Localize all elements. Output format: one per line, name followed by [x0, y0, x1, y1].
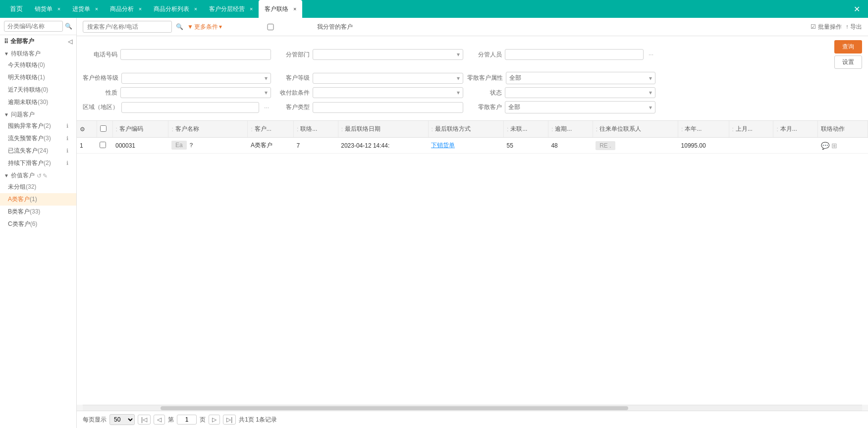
filter-cell-payment: 收付款条件 ▾ — [275, 87, 463, 98]
sidebar-item-lost[interactable]: 已流失客户(24) ℹ — [0, 145, 76, 157]
my-customers-check[interactable] — [226, 24, 315, 30]
page-input[interactable] — [177, 415, 197, 425]
status-select[interactable]: ▾ — [505, 87, 655, 98]
status-label: 状态 — [467, 89, 502, 97]
per-page-select[interactable]: 50 100 — [109, 414, 135, 425]
scatter-label: 零散客户 — [467, 103, 502, 111]
filter-row-4: 区域（地区） ··· 客户类型 零散客户 全部 ▾ — [83, 101, 862, 113]
settings-button[interactable]: 设置 — [834, 55, 862, 69]
filter-cell-attr: 零散客户属性 全部 ▾ — [467, 72, 655, 84]
first-page-btn[interactable]: |◁ — [138, 415, 151, 425]
row-customer-type: A类客户 — [248, 138, 294, 154]
attr-label: 零散客户属性 — [467, 74, 503, 82]
query-button[interactable]: 查询 — [834, 40, 862, 54]
filter-cell-phone: 电话号码 — [83, 49, 271, 60]
last-method-link[interactable]: 下销货单 — [431, 142, 455, 149]
nav-tab-4-close[interactable]: × — [250, 6, 253, 12]
nature-select[interactable]: ▾ — [120, 87, 271, 98]
sidebar-search-input[interactable] — [4, 21, 63, 32]
sidebar-item-tomorrow[interactable]: 明天待联络(1) — [0, 71, 76, 84]
chat-action-icon[interactable]: 💬 — [821, 142, 829, 150]
manager-dots[interactable]: ··· — [647, 51, 655, 58]
main-table: ⚙ :客户编码 :客户名称 :客户... :联络... :最后联络日期 :最后联… — [77, 121, 868, 154]
nav-tab-5-close[interactable]: × — [293, 6, 296, 12]
price-select[interactable]: ▾ — [121, 73, 271, 84]
region-label: 区域（地区） — [83, 103, 118, 111]
nav-tab-2-close[interactable]: × — [139, 6, 142, 12]
sidebar-item-a-class[interactable]: A类客户(1) — [0, 193, 76, 206]
region-input[interactable] — [121, 102, 259, 113]
sidebar-item-overdue[interactable]: 逾期未联络(30) — [0, 96, 76, 108]
region-dots[interactable]: ··· — [262, 104, 271, 111]
gear-icon[interactable]: ⚙ — [80, 126, 85, 133]
sidebar-group-value[interactable]: ▼ 价值客户 ↺ ✎ — [0, 169, 76, 181]
next-page-btn[interactable]: ▷ — [209, 415, 220, 425]
row-this-year: 10995.00 — [678, 138, 729, 154]
row-overdue: 48 — [548, 138, 593, 154]
sidebar: 🔍 ⠿ 全部客户 ◁ ▼ 待联络客户 今天待联络(0) 明天待联络(1) 近7天… — [0, 18, 77, 428]
nav-tab-2[interactable]: 商品分析 × — [104, 0, 148, 18]
prev-page-btn[interactable]: ◁ — [154, 415, 165, 425]
sidebar-item-7days[interactable]: 近7天待联络(0) — [0, 84, 76, 96]
grid-action-icon[interactable]: ⊞ — [831, 142, 837, 150]
horizontal-scrollbar[interactable] — [83, 405, 862, 411]
my-customers-checkbox[interactable]: 我分管的客户 — [226, 23, 353, 31]
nav-tab-1-close[interactable]: × — [95, 6, 98, 12]
nav-home[interactable]: 首页 — [4, 0, 29, 18]
sidebar-group-pending[interactable]: ▼ 待联络客户 — [0, 48, 76, 59]
nav-tab-0[interactable]: 销货单 × — [29, 0, 66, 18]
phone-input[interactable] — [120, 49, 271, 60]
select-all-checkbox[interactable] — [100, 125, 107, 132]
sidebar-all-customers[interactable]: ⠿ 全部客户 ◁ — [0, 35, 76, 48]
row-contact-person: RE . — [593, 138, 678, 154]
scrollbar-thumb[interactable] — [161, 406, 628, 410]
refresh-icon[interactable]: ↺ — [37, 172, 42, 179]
type-input[interactable] — [313, 102, 463, 113]
nav-tab-1[interactable]: 进货单 × — [66, 0, 104, 18]
nav-tab-4[interactable]: 客户分层经营 × — [203, 0, 259, 18]
manager-input[interactable] — [505, 49, 644, 60]
sidebar-item-hoarding[interactable]: 囤购异常客户(2) ℹ — [0, 120, 76, 132]
nav-tab-0-close[interactable]: × — [57, 6, 60, 12]
col-this-year: :本年... — [678, 121, 729, 138]
sidebar-item-c-class[interactable]: C类客户(6) — [0, 218, 76, 230]
nav-tab-5[interactable]: 客户联络 × — [259, 0, 302, 18]
row-no-contact: 55 — [504, 138, 548, 154]
info-icon-2: ℹ — [66, 148, 68, 154]
sidebar-collapse-btn[interactable]: ◁ — [68, 38, 72, 45]
price-label: 客户价格等级 — [83, 74, 118, 82]
dept-select[interactable]: ▾ — [313, 49, 463, 60]
page-unit: 页 — [200, 416, 206, 424]
manager-label: 分管人员 — [467, 51, 502, 59]
scatter-select[interactable]: 全部 ▾ — [505, 101, 655, 113]
search-input[interactable] — [83, 21, 172, 33]
sidebar-item-declining[interactable]: 持续下滑客户(2) ℹ — [0, 157, 76, 169]
level-select[interactable]: ▾ — [313, 73, 463, 84]
search-button[interactable]: 🔍 — [176, 23, 183, 30]
nav-tab-3-close[interactable]: × — [194, 6, 197, 12]
col-checkbox — [97, 121, 112, 138]
sidebar-group-problem[interactable]: ▼ 问题客户 — [0, 108, 76, 120]
export-button[interactable]: ↑ 导出 — [846, 23, 862, 31]
sidebar-search-icon[interactable]: 🔍 — [65, 23, 72, 30]
payment-label: 收付款条件 — [275, 89, 310, 97]
row-checkbox[interactable] — [100, 142, 106, 148]
batch-op-button[interactable]: ☑ 批量操作 — [811, 23, 841, 31]
col-last-method: :最后联络方式 — [428, 121, 504, 138]
col-name: :客户名称 — [168, 121, 248, 138]
edit-icon[interactable]: ✎ — [43, 172, 48, 179]
advanced-filters: 电话号码 分管部门 ▾ 分管人员 ··· 查询 设置 — [77, 36, 868, 121]
sidebar-item-attrition[interactable]: 流失预警客户(3) ℹ — [0, 132, 76, 145]
sidebar-item-b-class[interactable]: B类客户(33) — [0, 206, 76, 218]
more-filters-button[interactable]: ▼ 更多条件 ▾ — [187, 23, 222, 31]
close-all-button[interactable]: ✕ — [850, 4, 864, 14]
filter-icon: ▼ — [187, 23, 193, 30]
nature-label: 性质 — [83, 89, 117, 97]
payment-select[interactable]: ▾ — [313, 87, 463, 98]
sidebar-item-ungroup[interactable]: 未分组(32) — [0, 181, 76, 193]
last-page-btn[interactable]: ▷| — [223, 415, 236, 425]
attr-select[interactable]: 全部 ▾ — [506, 72, 655, 84]
sidebar-item-today[interactable]: 今天待联络(0) — [0, 59, 76, 71]
row-checkbox-cell — [97, 138, 112, 154]
nav-tab-3[interactable]: 商品分析列表 × — [148, 0, 203, 18]
